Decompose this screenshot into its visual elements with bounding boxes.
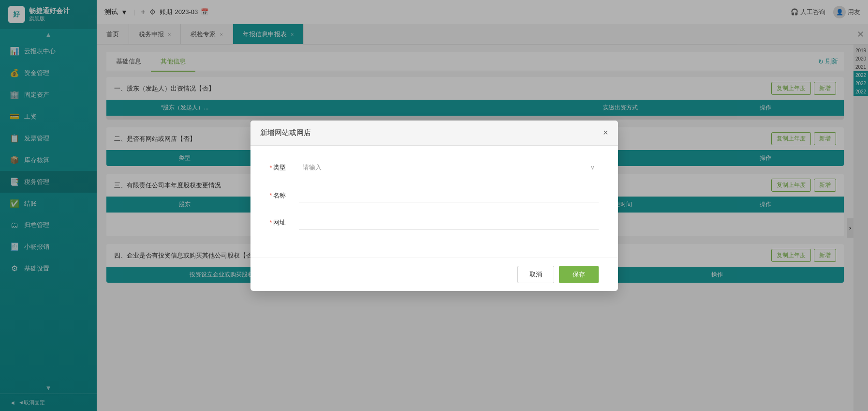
modal-field-name: * 名称 — [270, 189, 599, 202]
type-label: * 类型 — [270, 163, 299, 172]
modal-title: 新增网站或网店 — [260, 128, 311, 137]
modal-field-url: * 网址 — [270, 216, 599, 229]
name-input[interactable] — [299, 189, 599, 202]
url-label: * 网址 — [270, 218, 299, 227]
modal-header: 新增网站或网店 × — [250, 121, 618, 146]
required-star: * — [270, 164, 272, 171]
type-select[interactable]: 请输入 ∨ — [299, 160, 599, 175]
modal-field-type: * 类型 请输入 ∨ — [270, 160, 599, 175]
type-placeholder: 请输入 — [303, 163, 322, 172]
chevron-down-icon: ∨ — [590, 164, 595, 171]
modal-footer: 取消 保存 — [250, 258, 618, 291]
required-star: * — [270, 192, 272, 199]
cancel-button[interactable]: 取消 — [517, 266, 554, 283]
save-button[interactable]: 保存 — [559, 266, 599, 283]
modal-overlay: 新增网站或网店 × * 类型 请输入 ∨ * 名称 — [0, 0, 868, 411]
add-website-modal: 新增网站或网店 × * 类型 请输入 ∨ * 名称 — [250, 121, 618, 291]
modal-body: * 类型 请输入 ∨ * 名称 * 网址 — [250, 146, 618, 258]
name-label: * 名称 — [270, 191, 299, 200]
modal-close-btn[interactable]: × — [603, 128, 608, 137]
url-input[interactable] — [299, 216, 599, 229]
required-star: * — [270, 219, 272, 226]
